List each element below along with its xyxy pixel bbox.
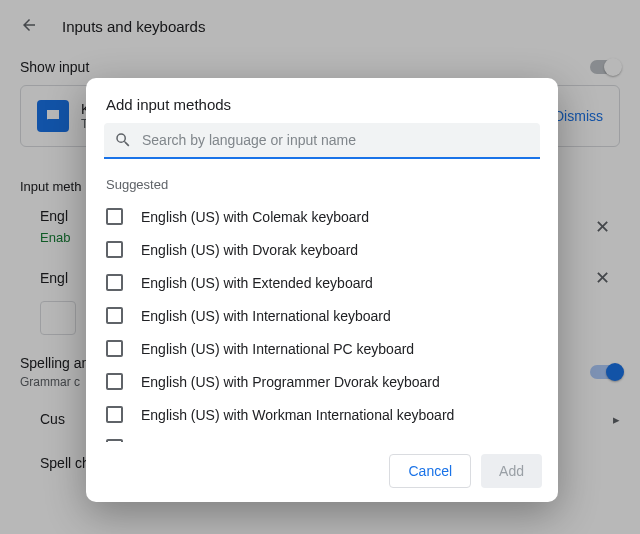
option-label: English (US) with International PC keybo… [141,341,414,357]
input-method-option[interactable]: English (US) with Colemak keyboard [86,200,558,233]
input-method-option[interactable]: English (US) with International PC keybo… [86,332,558,365]
search-field[interactable] [104,123,540,159]
input-method-option[interactable]: English (US) with Extended keyboard [86,266,558,299]
option-label: English (US) with Workman International … [141,407,454,423]
suggested-label: Suggested [86,163,558,200]
add-button[interactable]: Add [481,454,542,488]
input-method-option[interactable]: English (US) with Dvorak keyboard [86,233,558,266]
input-method-option[interactable]: English (US) with Programmer Dvorak keyb… [86,365,558,398]
search-input[interactable] [142,132,530,148]
option-label: English (US) with Dvorak keyboard [141,242,358,258]
option-label: English (US) with International keyboard [141,308,391,324]
cancel-button[interactable]: Cancel [389,454,471,488]
input-method-option[interactable]: English (US) with International keyboard [86,299,558,332]
checkbox[interactable] [106,340,123,357]
checkbox[interactable] [106,373,123,390]
input-method-list: English (US) with Colemak keyboard Engli… [86,200,558,442]
option-label: English (US) with Colemak keyboard [141,209,369,225]
option-label: English (US) with Extended keyboard [141,275,373,291]
checkbox[interactable] [106,406,123,423]
dialog-title: Add input methods [86,78,558,123]
input-method-option[interactable]: English (US) with Workman keyboard [86,431,558,442]
add-input-methods-dialog: Add input methods Suggested English (US)… [86,78,558,502]
checkbox[interactable] [106,241,123,258]
checkbox[interactable] [106,307,123,324]
option-label: English (US) with Programmer Dvorak keyb… [141,374,440,390]
input-method-option[interactable]: English (US) with Workman International … [86,398,558,431]
search-icon [114,131,132,149]
checkbox[interactable] [106,274,123,291]
checkbox[interactable] [106,208,123,225]
